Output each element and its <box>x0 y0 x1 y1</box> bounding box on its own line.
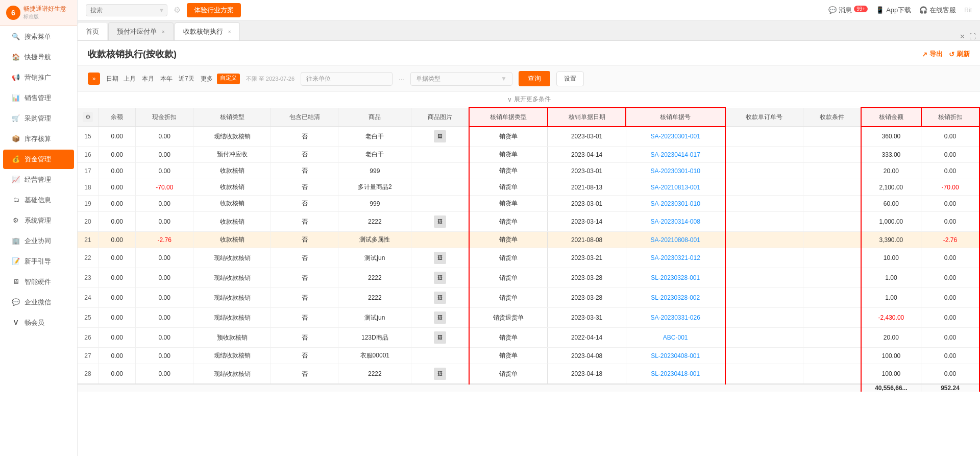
close-window-icon[interactable]: ✕ <box>960 33 965 40</box>
cell-doc-date: 2023-03-01 <box>548 163 626 179</box>
col-settings[interactable]: ⚙ <box>78 108 99 127</box>
doc-no-link[interactable]: SA-20230301-010 <box>650 167 700 175</box>
cell-balance: 0.00 <box>99 196 136 212</box>
partner-input[interactable]: 往来单位 <box>301 72 393 86</box>
company-icon: 🏢 <box>11 236 20 246</box>
service-btn[interactable]: 🎧 在线客服 <box>919 6 956 15</box>
doc-no-link[interactable]: ABC-001 <box>663 334 688 341</box>
cell-doc-no[interactable]: SL-20230408-001 <box>626 348 725 364</box>
sidebar-item-marketing[interactable]: 📢 营销推广 <box>3 68 74 87</box>
cell-doc-no[interactable]: ABC-001 <box>626 328 725 348</box>
table-row: 27 0.00 0.00 现结收款核销 否 衣服00001 销货单 2023-0… <box>78 348 979 364</box>
cell-goods: 999 <box>338 196 411 212</box>
sidebar-item-system[interactable]: ⚙ 系统管理 <box>3 211 74 230</box>
cell-amount: 20.00 <box>861 163 921 179</box>
search-input[interactable] <box>86 4 167 16</box>
sidebar-item-quick-nav[interactable]: 🏠 快捷导航 <box>3 47 74 67</box>
cell-id: 27 <box>78 348 99 364</box>
cell-order-no <box>725 127 803 147</box>
cell-doc-no[interactable]: SA-20230314-008 <box>626 212 725 232</box>
settings-icon[interactable]: ⚙ <box>83 112 93 122</box>
sidebar-item-smart-hw[interactable]: 🖥 智能硬件 <box>3 272 74 292</box>
doc-no-link[interactable]: SA-20230331-026 <box>650 314 700 321</box>
cell-doc-no[interactable]: SL-20230328-001 <box>626 268 725 288</box>
sidebar-item-finance[interactable]: 💰 资金管理 <box>3 150 74 169</box>
cell-doc-no[interactable]: SA-20210808-001 <box>626 232 725 248</box>
cell-doc-no[interactable]: SA-20230321-012 <box>626 248 725 268</box>
app-download-btn[interactable]: 📱 App下载 <box>876 6 911 15</box>
doc-no-link[interactable]: SA-20230314-008 <box>650 218 700 225</box>
sidebar-item-sales[interactable]: 📊 销售管理 <box>3 88 74 108</box>
cell-doc-type: 销货单 <box>469 212 547 232</box>
table-row: 28 0.00 0.00 现结收款核销 否 2222 🖼 销货单 2023-04… <box>78 364 979 385</box>
industry-btn[interactable]: 体验行业方案 <box>187 3 241 17</box>
refresh-icon: ↺ <box>949 51 954 58</box>
gear-icon[interactable]: ⚙ <box>174 5 181 15</box>
cell-amount: 1.00 <box>861 288 921 308</box>
app-badge: 标准版 <box>23 13 66 20</box>
cell-doc-no[interactable]: SA-20230331-026 <box>626 308 725 328</box>
query-btn[interactable]: 查询 <box>519 71 550 86</box>
cell-doc-no[interactable]: SL-20230328-002 <box>626 288 725 308</box>
expand-more-bar[interactable]: ∨ 展开更多条件 <box>78 92 980 107</box>
cell-doc-no[interactable]: SA-20210813-001 <box>626 179 725 196</box>
doc-no-link[interactable]: SA-20230301-001 <box>650 133 700 140</box>
cell-goods-img: 🖼 <box>411 288 469 308</box>
set-btn[interactable]: 设置 <box>556 71 584 86</box>
last-month-btn[interactable]: 上月 <box>121 74 138 84</box>
cell-write-off-discount: 0.00 <box>921 288 979 308</box>
cell-type: 收款核销 <box>193 232 271 248</box>
cell-doc-no[interactable]: SA-20230414-017 <box>626 147 725 163</box>
sidebar-item-company[interactable]: 🏢 企业协同 <box>3 231 74 251</box>
tab-prepay-close[interactable]: × <box>162 29 165 35</box>
doc-no-link[interactable]: SL-20230328-002 <box>651 294 700 301</box>
doc-no-link[interactable]: SL-20230418-001 <box>651 370 700 377</box>
export-btn[interactable]: ↗ 导出 <box>922 50 943 59</box>
this-year-btn[interactable]: 本年 <box>158 74 175 84</box>
cell-condition <box>803 348 861 364</box>
custom-date-btn[interactable]: 自定义 <box>217 74 240 84</box>
filter-expand-btn[interactable]: » <box>88 73 100 85</box>
col-write-off-discount: 核销折扣 <box>921 108 979 127</box>
cell-doc-no[interactable]: SA-20230301-010 <box>626 196 725 212</box>
doc-no-link[interactable]: SA-20210808-001 <box>650 236 700 244</box>
fullscreen-icon[interactable]: ⛶ <box>969 33 976 40</box>
doc-no-link[interactable]: SA-20230301-010 <box>650 200 700 207</box>
sidebar-item-wechat[interactable]: 💬 企业微信 <box>3 293 74 312</box>
refresh-btn[interactable]: ↺ 刷新 <box>949 50 970 59</box>
doc-no-link[interactable]: SA-20230321-012 <box>650 254 700 261</box>
cell-discount: 0.00 <box>136 212 193 232</box>
sidebar-item-guide[interactable]: 📝 新手引导 <box>3 252 74 271</box>
search-icon-topbar: ▼ <box>159 7 164 13</box>
topbar-right: 💬 消息 99+ 📱 App下载 🎧 在线客服 Rit <box>828 6 972 15</box>
tab-home[interactable]: 首页 <box>78 23 107 40</box>
sidebar-item-operation[interactable]: 📈 经营管理 <box>3 170 74 189</box>
tab-collection[interactable]: 收款核销执行 × <box>175 22 240 40</box>
last-7-days-btn[interactable]: 近7天 <box>177 74 197 84</box>
cell-doc-no[interactable]: SA-20230301-010 <box>626 163 725 179</box>
message-btn[interactable]: 💬 消息 99+ <box>828 6 868 15</box>
cell-doc-no[interactable]: SL-20230418-001 <box>626 364 725 385</box>
sidebar-item-inventory[interactable]: 📦 库存核算 <box>3 129 74 149</box>
type-select[interactable]: 单据类型 ▼ <box>410 72 512 86</box>
tab-prepay[interactable]: 预付冲应付单 × <box>108 22 174 40</box>
cell-order-no <box>725 268 803 288</box>
sidebar-item-purchase[interactable]: 🛒 采购管理 <box>3 109 74 128</box>
cell-doc-no[interactable]: SA-20230301-001 <box>626 127 725 147</box>
more-date-btn[interactable]: 更多 <box>199 74 215 84</box>
doc-no-link[interactable]: SL-20230408-001 <box>651 352 700 359</box>
tab-collection-close[interactable]: × <box>228 29 231 35</box>
cell-type: 现结收款核销 <box>193 268 271 288</box>
sidebar-logo: 6 畅捷通谱好生意 标准版 <box>0 0 77 26</box>
sidebar-item-search-menu[interactable]: 🔍 搜索菜单 <box>3 27 74 46</box>
finance-icon: 💰 <box>11 155 20 164</box>
smart-hw-icon: 🖥 <box>11 277 20 286</box>
doc-no-link[interactable]: SL-20230328-001 <box>651 274 700 281</box>
this-month-btn[interactable]: 本月 <box>140 74 156 84</box>
doc-no-link[interactable]: SA-20230414-017 <box>650 151 700 158</box>
doc-no-link[interactable]: SA-20210813-001 <box>650 184 700 191</box>
tab-prepay-label: 预付冲应付单 <box>117 27 157 36</box>
sidebar-item-member[interactable]: V 畅会员 <box>3 313 74 332</box>
sidebar-item-basic-info[interactable]: 🗂 基础信息 <box>3 190 74 210</box>
cell-condition <box>803 196 861 212</box>
